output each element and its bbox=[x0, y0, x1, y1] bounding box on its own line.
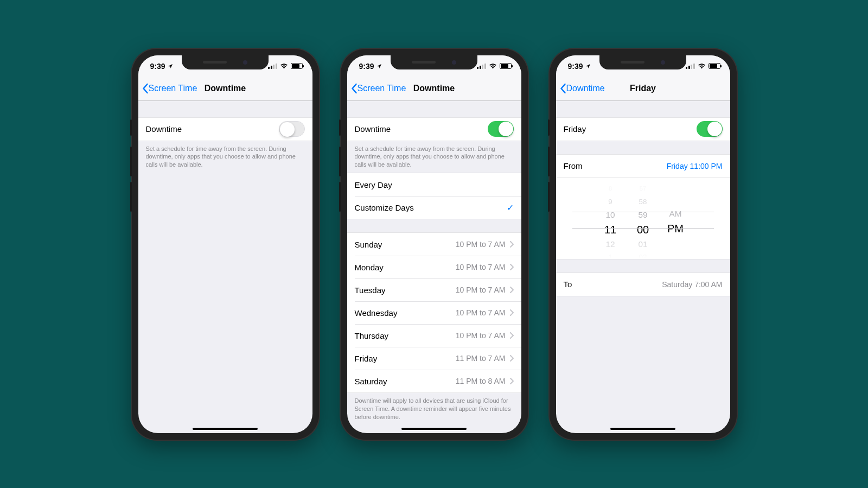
cell-signal-icon bbox=[477, 64, 486, 69]
picker-hours[interactable]: 8 9 10 11 12 1 2 bbox=[594, 178, 627, 259]
from-value: Friday 11:00 PM bbox=[667, 162, 723, 170]
day-label: Wednesday bbox=[355, 308, 398, 318]
chevron-right-icon bbox=[509, 332, 514, 339]
downtime-toggle-label: Downtime bbox=[146, 124, 182, 134]
location-icon bbox=[376, 64, 382, 69]
to-row[interactable]: To Saturday 7:00 AM bbox=[556, 273, 730, 296]
chevron-left-icon bbox=[142, 83, 149, 94]
status-time: 9:39 bbox=[359, 62, 374, 71]
day-range: 10 PM to 7 AM bbox=[456, 331, 506, 340]
day-label: Sunday bbox=[355, 240, 382, 249]
chevron-right-icon bbox=[509, 309, 514, 316]
day-row[interactable]: Wednesday 10 PM to 7 AM bbox=[347, 301, 521, 324]
chevron-right-icon bbox=[509, 264, 514, 270]
day-range: 10 PM to 7 AM bbox=[456, 263, 506, 271]
chevron-right-icon bbox=[509, 287, 514, 293]
cell-signal-icon bbox=[268, 64, 277, 69]
icloud-footer: Downtime will apply to all devices that … bbox=[347, 393, 521, 425]
day-toggle-row[interactable]: Friday bbox=[556, 118, 730, 141]
notch bbox=[599, 55, 686, 69]
back-label: Screen Time bbox=[358, 84, 406, 93]
back-label: Screen Time bbox=[149, 84, 197, 93]
chevron-right-icon bbox=[509, 241, 514, 248]
cell-signal-icon bbox=[686, 64, 695, 69]
customize-days-label: Customize Days bbox=[355, 203, 414, 212]
back-button[interactable]: Downtime bbox=[556, 83, 605, 94]
phone-mock-1: 9:39 Screen Time Downtime bbox=[132, 49, 319, 440]
customize-days-row[interactable]: Customize Days ✓ bbox=[347, 196, 521, 219]
downtime-description: Set a schedule for time away from the sc… bbox=[138, 141, 312, 173]
battery-icon bbox=[500, 63, 512, 69]
day-row[interactable]: Friday 11 PM to 7 AM bbox=[347, 347, 521, 370]
checkmark-icon: ✓ bbox=[507, 202, 514, 213]
location-icon bbox=[168, 64, 173, 69]
chevron-left-icon bbox=[350, 83, 358, 94]
phone-mock-2: 9:39 Screen Time Downtime Downtime bbox=[341, 49, 528, 440]
battery-icon bbox=[709, 63, 720, 69]
notch bbox=[182, 55, 269, 69]
nav-title: Downtime bbox=[205, 84, 246, 93]
nav-bar: Screen Time Downtime bbox=[347, 77, 521, 101]
downtime-toggle-row[interactable]: Downtime bbox=[138, 118, 312, 141]
day-label: Friday bbox=[355, 354, 378, 363]
day-row[interactable]: Tuesday 10 PM to 7 AM bbox=[347, 278, 521, 301]
notch bbox=[391, 55, 477, 69]
day-range: 11 PM to 8 AM bbox=[456, 377, 506, 385]
day-label: Saturday bbox=[355, 377, 387, 386]
nav-title: Downtime bbox=[413, 84, 455, 93]
home-indicator[interactable] bbox=[610, 428, 675, 430]
downtime-toggle-label: Downtime bbox=[355, 124, 391, 134]
day-range: 10 PM to 7 AM bbox=[456, 240, 506, 249]
day-row[interactable]: Thursday 10 PM to 7 AM bbox=[347, 324, 521, 347]
day-range: 10 PM to 7 AM bbox=[456, 286, 506, 294]
chevron-right-icon bbox=[509, 355, 514, 362]
downtime-toggle-row[interactable]: Downtime bbox=[347, 118, 521, 141]
from-row[interactable]: From Friday 11:00 PM bbox=[556, 155, 730, 178]
battery-icon bbox=[291, 63, 303, 69]
day-label: Monday bbox=[355, 263, 384, 272]
day-range: 10 PM to 7 AM bbox=[456, 308, 506, 317]
wifi-icon bbox=[698, 63, 706, 69]
chevron-left-icon bbox=[559, 83, 566, 94]
downtime-switch[interactable] bbox=[279, 121, 305, 137]
every-day-label: Every Day bbox=[355, 180, 392, 189]
status-time: 9:39 bbox=[150, 62, 165, 71]
nav-title: Friday bbox=[630, 84, 656, 93]
status-time: 9:39 bbox=[568, 62, 583, 71]
from-label: From bbox=[564, 161, 583, 170]
time-picker[interactable]: 8 9 10 11 12 1 2 57 58 59 00 01 02 03 bbox=[556, 178, 730, 259]
day-range: 11 PM to 7 AM bbox=[456, 354, 506, 363]
day-label: Tuesday bbox=[355, 286, 386, 295]
back-button[interactable]: Screen Time bbox=[138, 83, 197, 94]
day-row[interactable]: Monday 10 PM to 7 AM bbox=[347, 256, 521, 278]
nav-bar: Downtime Friday bbox=[556, 77, 730, 101]
day-toggle-label: Friday bbox=[564, 124, 586, 134]
wifi-icon bbox=[280, 63, 288, 69]
phone-mock-3: 9:39 Downtime Friday Friday bbox=[550, 49, 737, 440]
days-group: Sunday 10 PM to 7 AM Monday 10 PM to 7 A… bbox=[347, 232, 521, 393]
picker-minutes[interactable]: 57 58 59 00 01 02 03 bbox=[627, 178, 659, 259]
to-value: Saturday 7:00 AM bbox=[662, 280, 722, 289]
to-label: To bbox=[564, 280, 572, 289]
downtime-description: Set a schedule for time away from the sc… bbox=[347, 141, 521, 173]
chevron-right-icon bbox=[509, 378, 514, 384]
location-icon bbox=[585, 64, 591, 69]
back-button[interactable]: Screen Time bbox=[347, 83, 406, 94]
day-label: Thursday bbox=[355, 331, 389, 340]
downtime-switch[interactable] bbox=[488, 121, 514, 137]
nav-bar: Screen Time Downtime bbox=[138, 77, 312, 101]
picker-ampm[interactable]: AM PM bbox=[659, 178, 692, 259]
every-day-row[interactable]: Every Day bbox=[347, 173, 521, 196]
home-indicator[interactable] bbox=[193, 428, 258, 430]
wifi-icon bbox=[489, 63, 497, 69]
home-indicator[interactable] bbox=[401, 428, 467, 430]
day-row[interactable]: Saturday 11 PM to 8 AM bbox=[347, 370, 521, 392]
day-switch[interactable] bbox=[697, 121, 723, 137]
back-label: Downtime bbox=[566, 84, 605, 93]
day-row[interactable]: Sunday 10 PM to 7 AM bbox=[347, 233, 521, 256]
